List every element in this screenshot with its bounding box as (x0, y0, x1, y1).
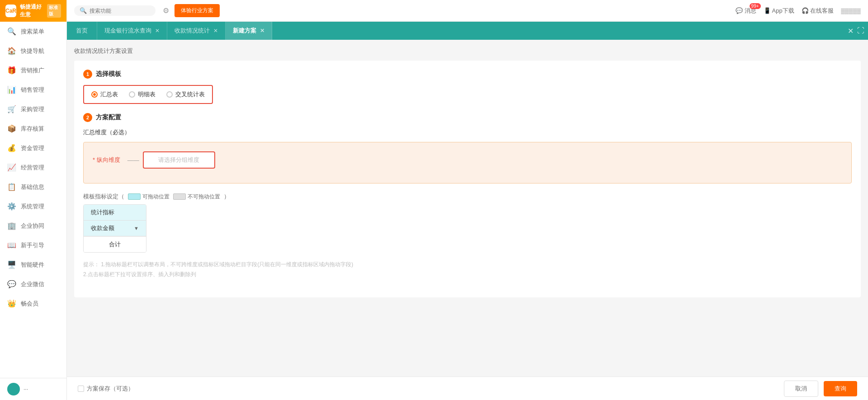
home-icon: 🏠 (7, 47, 16, 55)
sidebar-item-base-info[interactable]: 📋 基础信息 (0, 177, 66, 197)
sidebar-item-purchase[interactable]: 🛒 采购管理 (0, 99, 66, 119)
tab-new-scheme[interactable]: 新建方案 ✕ (226, 22, 272, 40)
save-scheme-checkbox-wrap[interactable]: 方案保存（可选） (78, 385, 134, 393)
tabbar-actions: ✕ ⛶ (840, 22, 868, 40)
sidebar-item-quick-nav[interactable]: 🏠 快捷导航 (0, 41, 66, 61)
sidebar-item-operations[interactable]: 📈 经营管理 (0, 158, 66, 177)
radio-summary-label: 汇总表 (100, 90, 118, 99)
sidebar-label-finance: 资金管理 (21, 144, 44, 152)
sidebar-item-sales[interactable]: 📊 销售管理 (0, 80, 66, 99)
tab-new-scheme-close[interactable]: ✕ (260, 28, 264, 34)
sidebar-item-marketing[interactable]: 🎁 营销推广 (0, 61, 66, 80)
marketing-icon: 🎁 (7, 66, 16, 75)
tips-section: 提示： 1.拖动标题栏可以调整布局，不可跨维度或指标区域拖动栏目字段(只能在同一… (83, 260, 852, 279)
sidebar-user-name: ··· (24, 386, 28, 392)
tab-bank-flow-close[interactable]: ✕ (155, 28, 160, 34)
indicator-stat-header: 统计指标 (84, 205, 146, 221)
radio-summary-circle (91, 91, 98, 98)
search-icon: 🔍 (80, 7, 87, 14)
sidebar-item-enterprise[interactable]: 🏢 企业协同 (0, 216, 66, 235)
dimension-row: * 纵向维度 —— 请选择分组维度 (93, 151, 842, 169)
member-icon: 👑 (7, 299, 16, 308)
settings-icon[interactable]: ⚙ (163, 6, 169, 15)
sidebar-label-wechat: 企业微信 (21, 280, 44, 288)
main-content: 收款情况统计方案设置 1 选择模板 汇总表 明细表 交叉统计表 (67, 40, 868, 400)
topbar-right: 💬 99+ 消息 📱 App下载 🎧 在线客服 ▓▓▓▓▓ (736, 7, 861, 15)
sidebar-label-purchase: 采购管理 (21, 105, 44, 113)
step2-number: 2 (83, 113, 92, 122)
step1-number: 1 (83, 70, 92, 79)
tab-maximize-icon[interactable]: ⛶ (857, 27, 864, 35)
search-menu-icon: 🔍 (7, 27, 16, 36)
logo-icon: CaR (5, 5, 16, 17)
tab-close-all-icon[interactable]: ✕ (848, 27, 854, 35)
enterprise-icon: 🏢 (7, 221, 16, 230)
search-input[interactable] (90, 8, 144, 14)
sales-icon: 📊 (7, 85, 16, 94)
step1-header: 1 选择模板 (83, 70, 852, 79)
notifications-wrap[interactable]: 💬 99+ 消息 (736, 7, 756, 15)
radio-detail-label: 明细表 (138, 90, 156, 99)
radio-detail-circle (129, 91, 135, 98)
radio-summary[interactable]: 汇总表 (91, 90, 118, 99)
tab-home[interactable]: 首页 (67, 22, 97, 40)
sidebar-item-search-menu[interactable]: 🔍 搜索菜单 (0, 22, 66, 41)
non-draggable-label: 不可拖动位置 (188, 193, 220, 201)
page-title: 收款情况统计方案设置 (74, 47, 861, 55)
non-draggable-legend-box (173, 193, 186, 200)
indicator-table: 统计指标 收款金额 ▼ 合计 (83, 204, 146, 253)
radio-cross[interactable]: 交叉统计表 (166, 90, 205, 99)
base-info-icon: 📋 (7, 183, 16, 191)
sidebar-label-system: 系统管理 (21, 202, 44, 211)
sidebar-item-guide[interactable]: 📖 新手引导 (0, 235, 66, 255)
dim-selector[interactable]: 请选择分组维度 (143, 151, 215, 169)
sidebar-logo: CaR 畅捷通好生意 标准版 (0, 0, 66, 22)
tab-bank-flow[interactable]: 现金银行流水查询 ✕ (97, 22, 167, 40)
user-name: ▓▓▓▓▓ (841, 8, 861, 14)
sidebar-label-quick-nav: 快捷导航 (21, 47, 44, 55)
cancel-button[interactable]: 取消 (784, 381, 818, 397)
stat-label: 统计指标 (91, 208, 114, 216)
radio-detail[interactable]: 明细表 (129, 90, 156, 99)
scheme-card: 1 选择模板 汇总表 明细表 交叉统计表 2 (74, 61, 861, 297)
footer-bar: 方案保存（可选） 取消 查询 (67, 376, 868, 400)
sidebar-item-finance[interactable]: 💰 资金管理 (0, 138, 66, 158)
vertical-dim-label: * 纵向维度 (93, 156, 120, 164)
query-button[interactable]: 查询 (824, 381, 857, 396)
sidebar-item-wechat[interactable]: 💬 企业微信 (0, 274, 66, 294)
purchase-icon: 🛒 (7, 105, 16, 113)
app-name: 畅捷通好生意 (20, 3, 45, 19)
sidebar-item-system[interactable]: ⚙️ 系统管理 (0, 197, 66, 216)
tab-new-scheme-label: 新建方案 (233, 27, 256, 35)
sidebar-label-member: 畅会员 (21, 300, 38, 308)
indicator-table-wrap: 统计指标 收款金额 ▼ 合计 (83, 204, 852, 253)
legend-non-draggable: 不可拖动位置 (173, 193, 220, 201)
search-box[interactable]: 🔍 (74, 5, 156, 16)
online-service-label: 在线客服 (810, 7, 834, 14)
step2-header: 2 方案配置 (83, 113, 852, 122)
sidebar-item-inventory[interactable]: 📦 库存核算 (0, 119, 66, 138)
tab-receipt-stats-label: 收款情况统计 (175, 27, 210, 35)
scheme-config: 汇总维度（必选） * 纵向维度 —— 请选择分组维度 模板指标设定（ (83, 128, 852, 279)
notification-badge: 99+ (750, 3, 761, 9)
sidebar-bottom: ··· (0, 378, 66, 400)
sidebar-item-hardware[interactable]: 🖥️ 智能硬件 (0, 255, 66, 274)
industry-scheme-button[interactable]: 体验行业方案 (175, 4, 220, 17)
save-scheme-checkbox[interactable] (78, 386, 84, 392)
dimension-area: * 纵向维度 —— 请选择分组维度 (83, 142, 852, 184)
draggable-legend-box (128, 193, 141, 200)
sidebar-item-member[interactable]: 👑 畅会员 (0, 294, 66, 313)
tip-1: 提示： 1.拖动标题栏可以调整布局，不可跨维度或指标区域拖动栏目字段(只能在同一… (83, 260, 852, 270)
indicator-sub: 合计 (109, 241, 121, 248)
indicator-name-row[interactable]: 收款金额 ▼ (84, 221, 146, 236)
app-download-icon: 📱 (764, 7, 772, 14)
service-icon: 🎧 (802, 7, 811, 14)
indicator-name: 收款金额 (91, 224, 114, 232)
dim-placeholder: 请选择分组维度 (158, 156, 199, 164)
legend-draggable: 可拖动位置 (128, 193, 170, 201)
app-download[interactable]: 📱 App下载 (764, 7, 794, 15)
tab-receipt-stats[interactable]: 收款情况统计 ✕ (167, 22, 226, 40)
tab-receipt-stats-close[interactable]: ✕ (213, 28, 218, 34)
step1-section: 1 选择模板 汇总表 明细表 交叉统计表 (83, 70, 852, 104)
online-service[interactable]: 🎧 在线客服 (802, 7, 834, 15)
